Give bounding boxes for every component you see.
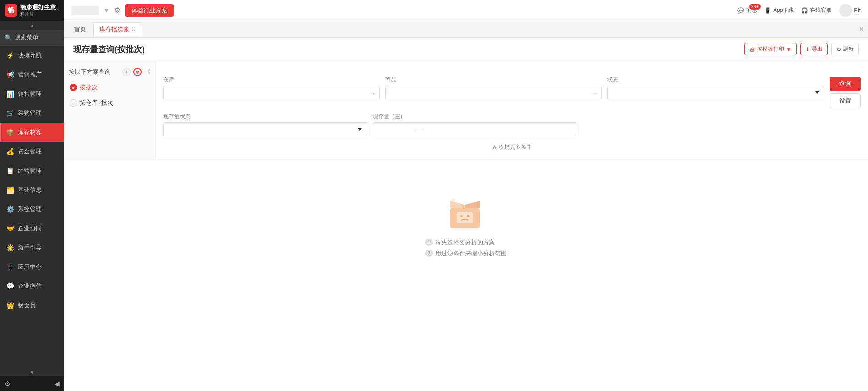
user-name: Rit [854, 7, 861, 14]
template-print-label: 按模板打印 [757, 45, 784, 53]
scheme-header-label: 按以下方案查询 [69, 68, 110, 76]
close-all-tabs-icon[interactable]: × [859, 25, 863, 33]
sidebar-item-wechat[interactable]: 💬 企业微信 [0, 277, 64, 296]
svg-rect-1 [457, 212, 473, 223]
online-service-item[interactable]: 🎧 在线客服 [801, 6, 832, 14]
status-dropdown-icon: ▼ [814, 89, 820, 96]
hint-text-1: 请先选择要分析的方案 [435, 239, 495, 247]
sidebar-item-appcenter[interactable]: 📱 应用中心 [0, 257, 64, 277]
inventory-qty-to[interactable] [425, 126, 461, 133]
scheme-dot-active: ● [70, 84, 77, 91]
warehouse-input-wrap[interactable]: ... [163, 86, 380, 99]
sidebar-item-member[interactable]: 👑 畅会员 [0, 296, 64, 315]
phone-icon: 📱 [764, 7, 771, 14]
sidebar-item-shortcuts[interactable]: ⚡ 快捷导航 [0, 46, 64, 65]
sidebar-item-enterprise[interactable]: 🤝 企业协同 [0, 219, 64, 238]
filter-row-1: 仓库 ... 商品 ... [163, 67, 861, 108]
status-select[interactable]: ▼ [607, 86, 824, 99]
app-subtitle: 标准版 [20, 11, 56, 18]
scheme-sidebar-header: 按以下方案查询 + ⊕ 《 [64, 66, 155, 80]
basics-icon: 🗂️ [6, 186, 14, 194]
gear-icon[interactable]: ⚙ [114, 6, 121, 15]
sidebar-item-operations[interactable]: 📋 经营管理 [0, 161, 64, 180]
marketing-icon: 📢 [6, 71, 14, 78]
collapse-sidebar-icon[interactable]: ◀ [55, 380, 60, 387]
online-service-label: 在线客服 [810, 6, 832, 14]
empty-svg [443, 187, 489, 233]
newguide-icon: 🌟 [6, 244, 14, 251]
query-button[interactable]: 查询 [830, 77, 861, 91]
inventory-qty-from[interactable] [377, 126, 413, 133]
member-icon: 👑 [6, 302, 14, 309]
empty-hint-2: 2 用过滤条件来缩小分析范围 [425, 250, 507, 258]
inventory-qty-range[interactable]: — [373, 122, 577, 136]
status-field: 状态 ▼ [607, 76, 824, 99]
sidebar-search-label: 搜索菜单 [15, 33, 38, 42]
breadcrumb-input[interactable] [71, 6, 99, 15]
dropdown-chevron-icon[interactable]: ▼ [104, 7, 110, 14]
page-header-actions: 🖨 按模板打印 ▼ ⬇ 导出 ↻ 刷新 [744, 43, 859, 61]
message-item[interactable]: 💬 消息 99+ [737, 6, 757, 14]
nav-label: 快捷导航 [18, 51, 42, 60]
sidebar-scroll-down[interactable]: ▼ [0, 368, 64, 376]
tab-home-label: 首页 [74, 25, 86, 33]
sidebar-item-newguide[interactable]: 🌟 新手引导 [0, 238, 64, 257]
sidebar-item-system[interactable]: ⚙️ 系统管理 [0, 200, 64, 219]
range-dash: — [416, 126, 422, 133]
nav-label: 营销推广 [18, 71, 42, 79]
print-dropdown-icon[interactable]: ▼ [786, 46, 791, 53]
main-area: ▼ ⚙ 体验行业方案 💬 消息 99+ 📱 App下载 🎧 在线客服 Rit [64, 0, 868, 391]
inventory-qty-label: 现存量（主） [373, 113, 577, 120]
tab-inventory-batch[interactable]: 库存批次账 × [93, 22, 141, 36]
scheme-item-warehouse-batch[interactable]: ○ 按仓库+批次 [64, 95, 155, 111]
product-input-wrap[interactable]: ... [385, 86, 602, 99]
nav-label: 采购管理 [18, 109, 42, 117]
sidebar-item-purchase[interactable]: 🛒 采购管理 [0, 103, 64, 123]
tab-bar: 首页 库存批次账 × × [64, 21, 868, 38]
sidebar-item-inventory[interactable]: 📦 库存核算 [0, 123, 64, 142]
tab-close-icon[interactable]: × [132, 26, 135, 33]
trial-solution-button[interactable]: 体验行业方案 [125, 4, 174, 17]
product-input[interactable] [390, 89, 593, 96]
message-badge: 99+ [749, 4, 761, 10]
hint-num-1: 1 [425, 239, 433, 246]
collapse-more-conditions[interactable]: ⋀ 收起更多条件 [163, 141, 861, 154]
nav-label: 企业微信 [18, 282, 42, 290]
sidebar-scroll-up[interactable]: ▲ [0, 21, 64, 30]
nav-label: 销售管理 [18, 90, 42, 98]
settings-footer-icon[interactable]: ⚙ [5, 380, 11, 387]
tab-home[interactable]: 首页 [69, 22, 92, 36]
sidebar-footer: ⚙ ◀ [0, 376, 64, 391]
user-avatar [839, 4, 852, 17]
inventory-status-select[interactable]: ▼ [163, 122, 367, 136]
export-button[interactable]: ⬇ 导出 [800, 43, 828, 55]
appcenter-icon: 📱 [6, 263, 14, 271]
sidebar-item-sales[interactable]: 📊 销售管理 [0, 84, 64, 103]
sidebar-item-marketing[interactable]: 📢 营销推广 [0, 65, 64, 84]
system-icon: ⚙️ [6, 206, 14, 213]
sidebar-item-finance[interactable]: 💰 资金管理 [0, 142, 64, 161]
sidebar-search[interactable]: 🔍 搜索菜单 [0, 30, 64, 46]
app-download-item[interactable]: 📱 App下载 [764, 6, 794, 14]
export-icon: ⬇ [805, 46, 810, 53]
scheme-item-batch[interactable]: ● 按批次 [64, 80, 155, 95]
setting-button[interactable]: 设置 [830, 93, 861, 108]
sidebar-item-basics[interactable]: 🗂️ 基础信息 [0, 180, 64, 200]
nav-label: 经营管理 [18, 167, 42, 175]
shortcuts-icon: ⚡ [6, 52, 14, 59]
warehouse-more-icon[interactable]: ... [371, 89, 376, 96]
scheme-settings-icon[interactable]: ⊕ [133, 68, 142, 76]
refresh-button[interactable]: ↻ 刷新 [831, 43, 859, 55]
empty-state: 1 请先选择要分析的方案 2 用过滤条件来缩小分析范围 [64, 160, 868, 288]
template-print-button[interactable]: 🖨 按模板打印 ▼ [744, 43, 797, 55]
refresh-label: 刷新 [843, 45, 854, 53]
scheme-warehouse-batch-label: 按仓库+批次 [80, 99, 113, 107]
app-title: 畅康通好生意 [20, 3, 56, 11]
scheme-collapse-icon[interactable]: 《 [144, 68, 151, 76]
product-more-icon[interactable]: ... [593, 89, 598, 96]
user-menu[interactable]: Rit [839, 4, 861, 17]
message-icon: 💬 [737, 7, 744, 14]
empty-hints: 1 请先选择要分析的方案 2 用过滤条件来缩小分析范围 [425, 239, 507, 261]
add-scheme-icon[interactable]: + [122, 68, 131, 76]
warehouse-input[interactable] [167, 89, 371, 96]
